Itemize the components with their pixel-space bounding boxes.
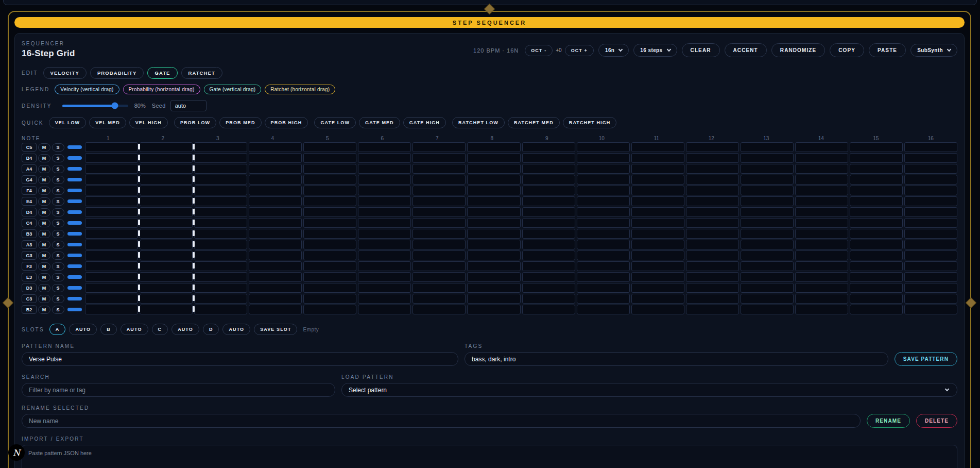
step-cell-15[interactable] bbox=[850, 207, 903, 217]
quick-gate-med[interactable]: GATE MED bbox=[359, 117, 400, 128]
mute-button[interactable]: M bbox=[38, 197, 50, 206]
quick-gate-high[interactable]: GATE HIGH bbox=[403, 117, 446, 128]
step-cell-12[interactable] bbox=[686, 218, 739, 228]
step-cell-6[interactable] bbox=[358, 207, 411, 217]
step-cell-8[interactable] bbox=[467, 294, 520, 304]
step-cell-15[interactable] bbox=[850, 250, 903, 260]
solo-button[interactable]: S bbox=[52, 241, 64, 249]
step-cell-10[interactable] bbox=[577, 207, 630, 217]
step-cell-3[interactable] bbox=[194, 153, 247, 163]
step-cell-16[interactable] bbox=[904, 272, 957, 282]
step-cell-16[interactable] bbox=[904, 164, 957, 174]
step-cell-13[interactable] bbox=[741, 261, 794, 271]
mute-button[interactable]: M bbox=[38, 273, 50, 281]
step-cell-1[interactable] bbox=[85, 218, 138, 228]
solo-button[interactable]: S bbox=[52, 176, 64, 184]
step-cell-10[interactable] bbox=[577, 305, 630, 314]
row-velocity-bar[interactable] bbox=[67, 156, 82, 160]
step-cell-14[interactable] bbox=[795, 294, 848, 304]
step-cell-12[interactable] bbox=[686, 261, 739, 271]
step-cell-13[interactable] bbox=[741, 207, 794, 217]
step-cell-10[interactable] bbox=[577, 218, 630, 228]
load-pattern-select[interactable]: Select pattern bbox=[341, 383, 957, 397]
solo-button[interactable]: S bbox=[52, 143, 64, 152]
step-cell-4[interactable] bbox=[249, 294, 302, 304]
solo-button[interactable]: S bbox=[52, 154, 64, 162]
step-cell-15[interactable] bbox=[850, 294, 903, 304]
step-cell-14[interactable] bbox=[795, 250, 848, 260]
division-select[interactable]: 16n bbox=[598, 44, 629, 57]
row-velocity-bar[interactable] bbox=[67, 264, 82, 268]
step-cell-8[interactable] bbox=[467, 164, 520, 174]
edit-mode-ratchet[interactable]: RATCHET bbox=[181, 67, 222, 79]
step-cell-8[interactable] bbox=[467, 283, 520, 293]
step-cell-7[interactable] bbox=[412, 207, 466, 217]
step-cell-8[interactable] bbox=[467, 153, 520, 163]
step-cell-14[interactable] bbox=[795, 272, 848, 282]
edit-mode-gate[interactable]: GATE bbox=[147, 67, 177, 79]
step-cell-7[interactable] bbox=[412, 218, 466, 228]
step-cell-9[interactable] bbox=[522, 218, 575, 228]
step-cell-10[interactable] bbox=[577, 175, 630, 185]
step-cell-6[interactable] bbox=[358, 164, 411, 174]
mute-button[interactable]: M bbox=[38, 306, 50, 314]
step-cell-1[interactable] bbox=[85, 261, 138, 271]
step-cell-8[interactable] bbox=[467, 261, 520, 271]
panel-title-bar[interactable]: STEP SEQUENCER bbox=[14, 17, 965, 28]
mute-button[interactable]: M bbox=[38, 219, 50, 227]
step-cell-14[interactable] bbox=[795, 186, 848, 195]
step-cell-5[interactable] bbox=[303, 305, 356, 314]
step-cell-5[interactable] bbox=[303, 164, 356, 174]
step-cell-7[interactable] bbox=[412, 283, 466, 293]
step-cell-16[interactable] bbox=[904, 142, 957, 152]
step-cell-1[interactable] bbox=[85, 305, 138, 314]
octave-up-button[interactable]: OCT + bbox=[565, 45, 594, 56]
step-cell-4[interactable] bbox=[249, 250, 302, 260]
step-cell-9[interactable] bbox=[522, 153, 575, 163]
mute-button[interactable]: M bbox=[38, 284, 50, 292]
save-pattern-button[interactable]: SAVE PATTERN bbox=[895, 352, 957, 366]
step-cell-14[interactable] bbox=[795, 283, 848, 293]
step-cell-11[interactable] bbox=[631, 229, 684, 239]
solo-button[interactable]: S bbox=[52, 197, 64, 206]
row-velocity-bar[interactable] bbox=[67, 243, 82, 246]
step-cell-12[interactable] bbox=[686, 229, 739, 239]
step-cell-13[interactable] bbox=[741, 153, 794, 163]
step-cell-11[interactable] bbox=[631, 142, 684, 152]
solo-button[interactable]: S bbox=[52, 165, 64, 173]
density-slider[interactable] bbox=[62, 105, 128, 107]
step-cell-3[interactable] bbox=[194, 240, 247, 249]
step-cell-1[interactable] bbox=[85, 272, 138, 282]
step-cell-12[interactable] bbox=[686, 283, 739, 293]
step-cell-7[interactable] bbox=[412, 186, 466, 195]
delete-button[interactable]: DELETE bbox=[916, 414, 957, 428]
slot-a-0[interactable]: A bbox=[49, 324, 66, 335]
step-cell-5[interactable] bbox=[303, 196, 356, 206]
step-cell-8[interactable] bbox=[467, 142, 520, 152]
step-cell-14[interactable] bbox=[795, 305, 848, 314]
mute-button[interactable]: M bbox=[38, 176, 50, 184]
step-cell-2[interactable] bbox=[140, 272, 193, 282]
step-cell-2[interactable] bbox=[140, 218, 193, 228]
step-cell-12[interactable] bbox=[686, 164, 739, 174]
step-cell-13[interactable] bbox=[741, 294, 794, 304]
step-cell-3[interactable] bbox=[194, 164, 247, 174]
step-cell-2[interactable] bbox=[140, 142, 193, 152]
step-cell-13[interactable] bbox=[741, 240, 794, 249]
step-cell-13[interactable] bbox=[741, 305, 794, 314]
row-velocity-bar[interactable] bbox=[67, 167, 82, 171]
step-cell-10[interactable] bbox=[577, 229, 630, 239]
step-cell-4[interactable] bbox=[249, 218, 302, 228]
step-cell-11[interactable] bbox=[631, 294, 684, 304]
step-cell-8[interactable] bbox=[467, 229, 520, 239]
octave-down-button[interactable]: OCT - bbox=[525, 45, 553, 56]
step-cell-11[interactable] bbox=[631, 186, 684, 195]
step-cell-12[interactable] bbox=[686, 305, 739, 314]
mute-button[interactable]: M bbox=[38, 230, 50, 238]
step-cell-16[interactable] bbox=[904, 186, 957, 195]
step-cell-11[interactable] bbox=[631, 250, 684, 260]
step-cell-5[interactable] bbox=[303, 186, 356, 195]
step-cell-15[interactable] bbox=[850, 175, 903, 185]
step-cell-14[interactable] bbox=[795, 261, 848, 271]
step-cell-15[interactable] bbox=[850, 153, 903, 163]
